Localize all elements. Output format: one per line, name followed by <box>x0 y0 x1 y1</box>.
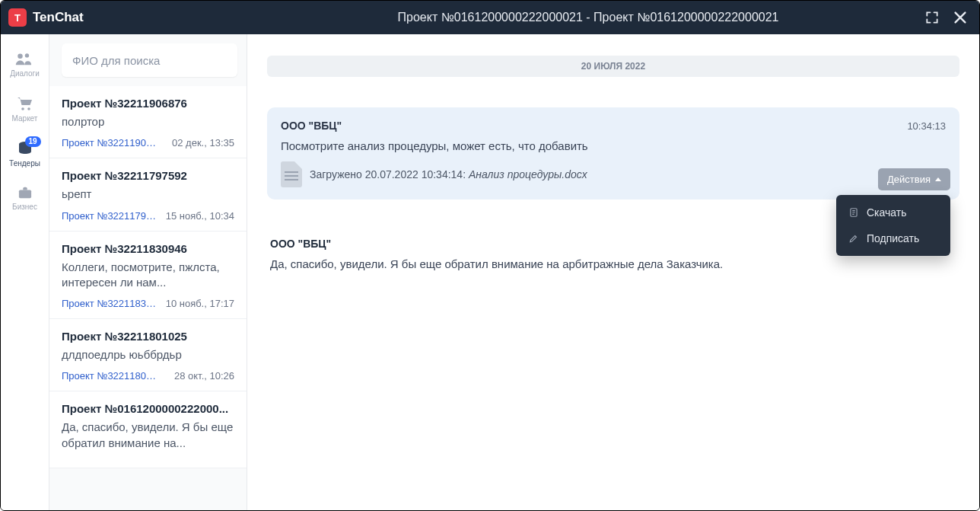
nav-tenders[interactable]: 19 Тендеры <box>1 135 49 172</box>
nav-dialogs[interactable]: Диалоги <box>1 45 49 82</box>
nav-label: Бизнес <box>12 203 37 211</box>
project-item[interactable]: Проект №32211801025 длдпоедлрь юьббрдьр … <box>49 319 247 391</box>
app-header: T TenChat Проект №0161200000222000021 - … <box>1 1 979 34</box>
dropdown-sign[interactable]: Подписать <box>836 225 950 251</box>
nav-label: Диалоги <box>10 69 40 78</box>
attachment-text: Загружено 20.07.2022 10:34:14: Анализ пр… <box>310 168 587 180</box>
project-preview: длдпоедлрь юьббрдьр <box>62 347 234 362</box>
svg-rect-5 <box>18 190 30 198</box>
project-preview: Коллеги, посмотрите, пжлста, интересен л… <box>62 260 234 291</box>
svg-point-3 <box>27 107 30 110</box>
project-title: Проект №32211906876 <box>62 97 234 110</box>
brand-name: TenChat <box>33 10 84 25</box>
message-card: ООО "ВБЦ" 10:34:13 Посмотрите анализ про… <box>267 107 959 200</box>
attachment-row[interactable]: Загружено 20.07.2022 10:34:14: Анализ пр… <box>281 161 946 187</box>
chevron-up-icon <box>935 177 941 181</box>
project-date: 28 окт., 10:26 <box>174 370 234 382</box>
header-title: Проект №0161200000222000021 - Проект №01… <box>252 11 924 24</box>
project-preview: Да, спасибо, увидели. Я бы еще обратил в… <box>62 420 234 451</box>
project-date: 15 нояб., 10:34 <box>166 210 234 222</box>
project-title: Проект №32211797592 <box>62 169 234 182</box>
file-icon <box>281 161 302 187</box>
nav-business[interactable]: Бизнес <box>1 180 49 216</box>
actions-dropdown: Скачать Подписать <box>836 195 950 256</box>
brand-logo-icon: T <box>8 8 27 27</box>
project-preview: полртор <box>62 114 234 129</box>
project-list-panel: Проект №32211906876 полртор Проект №3221… <box>49 34 247 510</box>
project-title: Проект №32211801025 <box>62 330 234 343</box>
dropdown-download[interactable]: Скачать <box>836 200 950 225</box>
project-item[interactable]: Проект №32211797592 ьрепт Проект №322117… <box>49 158 247 231</box>
chat-panel: 20 ИЮЛЯ 2022 ООО "ВБЦ" 10:34:13 Посмотри… <box>247 34 979 510</box>
project-date: 02 дек., 13:35 <box>172 137 234 149</box>
project-item[interactable]: Проект №32211830946 Коллеги, посмотрите,… <box>49 232 247 320</box>
project-link[interactable]: Проект №32211906... <box>62 137 157 149</box>
message-text: Посмотрите анализ процедуры, может есть,… <box>281 139 946 152</box>
project-title: Проект №32211830946 <box>62 242 234 255</box>
nav-label: Тендеры <box>9 159 40 168</box>
message-author: ООО "ВБЦ" <box>281 120 342 132</box>
close-icon[interactable] <box>952 9 969 26</box>
project-date: 10 нояб., 17:17 <box>166 298 234 309</box>
date-separator: 20 ИЮЛЯ 2022 <box>267 56 959 77</box>
message-text: Да, спасибо, увидели. Я бы еще обратил в… <box>270 257 956 270</box>
nav-badge: 19 <box>25 136 41 147</box>
search-input[interactable] <box>62 43 237 77</box>
project-link[interactable]: Проект №32211830... <box>62 298 157 309</box>
project-item[interactable]: Проект №0161200000222000... Да, спасибо,… <box>49 391 247 468</box>
svg-point-0 <box>18 54 23 59</box>
actions-button[interactable]: Действия <box>878 168 950 190</box>
fullscreen-icon[interactable] <box>924 10 940 25</box>
nav-label: Маркет <box>12 114 38 123</box>
project-title: Проект №0161200000222000... <box>62 402 234 415</box>
svg-point-1 <box>24 53 28 57</box>
project-link[interactable]: Проект №32211801 0... <box>62 370 157 382</box>
side-nav: Диалоги Маркет 19 Тендеры Бизнес <box>1 34 49 510</box>
project-preview: ьрепт <box>62 187 234 202</box>
message-time: 10:34:13 <box>907 120 946 132</box>
nav-market[interactable]: Маркет <box>1 90 49 127</box>
project-item[interactable]: Проект №32211906876 полртор Проект №3221… <box>49 86 247 158</box>
project-link[interactable]: Проект №32211797... <box>62 210 157 222</box>
brand: T TenChat <box>8 8 252 27</box>
project-list[interactable]: Проект №32211906876 полртор Проект №3221… <box>49 86 247 510</box>
svg-point-2 <box>21 107 24 110</box>
